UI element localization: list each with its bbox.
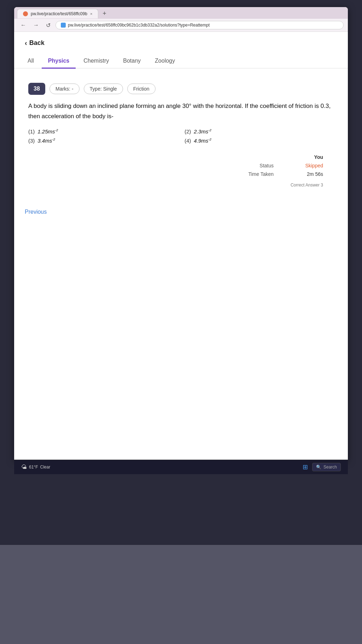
option-2-num: (2) [185,128,191,134]
taskbar-right: ⊞ 🔍 Search [303,463,341,471]
back-chevron-icon: ‹ [25,39,27,47]
correct-answer: Correct Answer 3 [291,183,323,188]
option-3[interactable]: (3) 3.4ms-2 [28,137,177,144]
tab-botany[interactable]: Botany [117,54,147,69]
status-label: Status [259,163,274,168]
option-4-num: (4) [185,138,191,144]
option-1-val: 1.25ms-2 [37,128,58,134]
option-4-val: 4.9ms-2 [194,137,211,144]
tab-physics[interactable]: Physics [42,54,76,69]
search-label: Search [323,465,337,470]
option-2[interactable]: (2) 2.3ms-2 [185,128,334,134]
address-icon [61,23,66,28]
taskbar: 🌤 61°F Clear ⊞ 🔍 Search [14,460,348,474]
weather-icon: 🌤 [21,464,27,470]
refresh-button[interactable]: ↺ [44,21,53,29]
taskbar-search[interactable]: 🔍 Search [312,463,341,471]
option-3-val: 3.4ms-2 [37,137,55,144]
search-icon: 🔍 [316,465,321,470]
time-row: Time Taken 2m 56s [28,171,323,177]
question-meta: 38 Marks: - Type: Single Friction [28,83,334,95]
option-2-val: 2.3ms-2 [194,128,211,134]
option-3-num: (3) [28,138,35,144]
question-text: A body is sliding down an inclined plane… [28,101,334,122]
new-tab-button[interactable]: + [100,8,109,19]
options-grid: (1) 1.25ms-2 (2) 2.3ms-2 (3) 3.4ms-2 (4)… [28,128,334,144]
tab-bar: pw.live/practice/test/658ffc09b × + [14,7,348,19]
you-label: You [314,154,323,160]
previous-button[interactable]: Previous [25,209,47,215]
option-1[interactable]: (1) 1.25ms-2 [28,128,177,134]
status-section: You Status Skipped Time Taken 2m 56s Cor… [28,154,334,188]
page-content: ‹ Back All Physics Chemistry Botany Zoo [14,32,348,460]
time-label: Time Taken [248,171,274,177]
status-value: Skipped [295,163,323,168]
taskbar-left: 🌤 61°F Clear [21,464,50,470]
tab-favicon [23,11,28,16]
temperature: 61°F [29,465,38,470]
type-badge: Type: Single [84,84,123,94]
tab-all[interactable]: All [21,54,40,69]
tab-close-button[interactable]: × [90,12,92,16]
browser-tab[interactable]: pw.live/practice/test/658ffc09b × [17,9,98,18]
marks-badge: Marks: - [49,84,80,94]
back-button[interactable]: ← [18,21,28,29]
windows-icon[interactable]: ⊞ [303,463,308,471]
option-1-num: (1) [28,128,35,134]
subject-tabs: All Physics Chemistry Botany Zoology [14,51,348,69]
nav-bottom: Previous [14,202,348,222]
question-number: 38 [28,83,45,95]
tab-title: pw.live/practice/test/658ffc09b [31,11,87,16]
address-bar-row: ← → ↺ pw.live/practice/test/658ffc09bc96… [14,19,348,32]
address-bar[interactable]: pw.live/practice/test/658ffc09bc962b1c3d… [56,21,344,29]
desk-area [0,545,362,644]
weather-widget: 🌤 61°F Clear [21,464,50,470]
tab-chemistry[interactable]: Chemistry [77,54,115,69]
weather-desc: Clear [40,465,50,470]
back-label: Back [29,39,45,47]
question-card: 38 Marks: - Type: Single Friction A body… [21,76,341,195]
time-value: 2m 56s [295,171,323,177]
address-url: pw.live/practice/test/658ffc09bc962b1c3d… [68,23,210,28]
status-row: Status Skipped [28,163,323,168]
back-nav[interactable]: ‹ Back [14,32,348,51]
option-4[interactable]: (4) 4.9ms-2 [185,137,334,144]
forward-button[interactable]: → [31,21,41,29]
topic-badge: Friction [127,84,156,94]
tab-zoology[interactable]: Zoology [148,54,181,69]
